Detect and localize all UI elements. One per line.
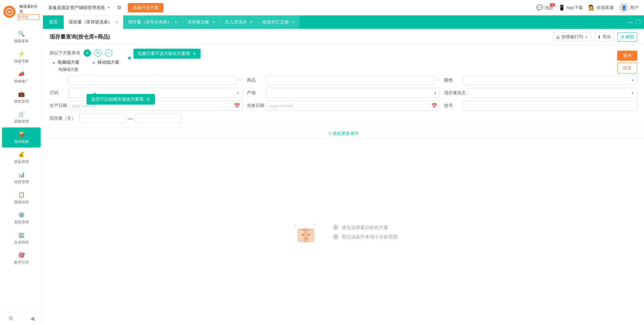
avatar: 👤 [619, 3, 629, 12]
collapse-bar[interactable]: ∧ 收起更多条件 [43, 128, 644, 139]
tab-minimize-icon[interactable]: — [627, 19, 633, 25]
settings-button[interactable]: ⚙ [114, 3, 124, 12]
sidebar-item-finance[interactable]: 💰 资金管理 [0, 148, 43, 168]
chevron-down-icon: ▼ [585, 35, 588, 39]
scheme-group-icon2: ▶ [93, 61, 96, 64]
filter-add-button[interactable]: + [84, 49, 91, 57]
sidebar-item-search[interactable]: 🔍 搜索菜单 [0, 27, 43, 47]
warehouse-input[interactable] [68, 75, 237, 85]
filter-field-origin: 产地 ▼ [247, 88, 440, 98]
tab-close-icon[interactable]: ✕ [212, 20, 215, 24]
system-name: 装备及固定资产辅助管理系统 [48, 5, 105, 11]
goods-input[interactable] [266, 75, 434, 85]
qty-max-input[interactable] [135, 113, 181, 123]
sidebar-item-enterprise[interactable]: 🏢 企业协同 [0, 228, 43, 248]
warehouse-dots-icon[interactable]: ··· [238, 77, 243, 83]
user-button[interactable]: 👤 用户 [619, 3, 639, 12]
sidebar-item-marketing[interactable]: 📣 营销推广 [0, 67, 43, 87]
field-name-size: 尺码 [50, 90, 66, 96]
tooltip-arrow-icon [93, 91, 97, 95]
tab-batch[interactable]: 库存批次账 ✕ [182, 15, 220, 29]
field-name-color: 颜色 [444, 77, 461, 83]
tab-close-icon[interactable]: ✕ [291, 20, 295, 24]
content-area: ✦ ✦ 1 请先选择要分析的方案 2 用过滤条件来缩小分析范围 [43, 139, 644, 325]
app-download-button[interactable]: 📱 App下载 [558, 4, 583, 11]
tab-inventory-dist[interactable]: 现存量（库存分布表） ✕ [123, 15, 182, 29]
tab-controls: — ⛶ [624, 19, 644, 25]
range-separator: — [128, 116, 132, 121]
tooltip-close-1[interactable]: ✕ [193, 51, 197, 56]
tip-2-text: 用过滤条件来缩小分析范围 [341, 232, 398, 241]
empty-tip-1: 1 请先选择要分析的方案 [333, 223, 398, 232]
svg-point-4 [308, 234, 310, 236]
tab-inventory-status[interactable]: 现存量（库存状况表） ✕ [64, 15, 123, 29]
tab-close-icon[interactable]: ✕ [250, 20, 253, 24]
inventory-icon: 📦 [18, 131, 25, 138]
goods-dots-icon[interactable]: ··· [436, 77, 440, 83]
svg-point-5 [311, 231, 313, 234]
tooltip-close-2[interactable]: ✕ [146, 97, 150, 102]
settings-footer-btn[interactable]: ⚙ [8, 315, 13, 322]
page-title: 现存量查询(按仓库+商品) [50, 34, 110, 41]
export-button[interactable]: ⬆ 导出 [594, 32, 614, 42]
sidebar-footer: ⚙ ◀ [0, 312, 43, 325]
guide-icon: 🎯 [18, 252, 25, 259]
sidebar-item-inventory[interactable]: 📦 库存核算 [2, 127, 41, 148]
system-selector[interactable]: 装备及固定资产辅助管理系统 ▼ [48, 5, 110, 11]
field-name-inventory-status: 现存量状态 [444, 90, 466, 96]
mobile-icon: 📱 [558, 4, 565, 11]
marketing-icon: 📣 [18, 70, 25, 78]
query-button[interactable]: 查询 [617, 51, 637, 61]
tab-close-icon[interactable]: ✕ [115, 20, 118, 24]
batch-input[interactable] [463, 101, 637, 111]
svg-text:✦: ✦ [294, 224, 297, 228]
expire-date-input[interactable]: yyyy-mm-dd 📅 [266, 101, 440, 111]
tab-close-icon[interactable]: ✕ [174, 20, 178, 24]
size-select-arrow: ▼ [236, 91, 240, 95]
scheme-group-pc[interactable]: ▶ 电脑端方案 [53, 59, 79, 65]
qty-min-input[interactable] [79, 113, 126, 123]
filter-edit-button[interactable]: ✎ [94, 49, 102, 57]
sidebar-logo[interactable]: 畅捷通好生意 标准版 [0, 0, 43, 24]
tab-home[interactable]: 首页 [43, 15, 64, 29]
scheme-pc-item[interactable]: 电脑端方案 [58, 67, 79, 72]
print-template-button[interactable]: 🖨 按模板打印 ▼ [553, 32, 591, 42]
tab-inout[interactable]: 出入库流水 ✕ [220, 15, 258, 29]
sales-icon: 💼 [18, 91, 25, 98]
logo-tag: 标准版 [17, 14, 39, 20]
online-service-button[interactable]: 💁 在线客服 [588, 4, 614, 11]
refresh-icon: ↺ [621, 35, 624, 40]
inventory-status-select[interactable]: ▼ [468, 88, 637, 98]
filter-field-color: 颜色 ▼ [444, 75, 637, 85]
industry-plan-button[interactable]: 体验行业方案 [128, 3, 163, 12]
sidebar-item-system[interactable]: ⚙️ 系统管理 [0, 208, 43, 228]
filter-back-button[interactable]: ← [105, 49, 112, 57]
filter-row-1: ··· 商品 ··· 颜色 ▼ [50, 75, 637, 85]
sidebar-item-quick[interactable]: ⚡ 快捷导航 [0, 47, 43, 67]
tab-summary[interactable]: 收发存汇总表 ✕ [258, 15, 300, 29]
empty-tip-2: 2 用过滤条件来缩小分析范围 [333, 232, 398, 241]
reset-button[interactable]: 设置 [617, 63, 637, 73]
collapse-sidebar-btn[interactable]: ◀ [30, 315, 34, 322]
search-icon: 🔍 [18, 30, 25, 38]
color-select[interactable]: ▼ [463, 75, 637, 85]
message-button[interactable]: 💬 消息 6 [536, 4, 553, 11]
sidebar-item-basic[interactable]: 📋 基础信息 [0, 188, 43, 208]
sidebar: 畅捷通好生意 标准版 🔍 搜索菜单 ⚡ 快捷导航 📣 营销推广 💼 销售管理 🛒… [0, 0, 43, 325]
refresh-button[interactable]: ↺ 刷新 [618, 32, 637, 42]
page-header: 现存量查询(按仓库+商品) 🖨 按模板打印 ▼ ⬆ 导出 ↺ 刷新 [43, 29, 644, 45]
field-name-expire-date: 失效日期 [247, 103, 264, 109]
sidebar-item-purchase[interactable]: 🛒 采购管理 [0, 107, 43, 127]
message-icon: 💬 [536, 5, 543, 10]
top-header-right: 💬 消息 6 📱 App下载 💁 在线客服 👤 用户 [536, 3, 639, 12]
filter-area: 按以下方案查询 + ✎ ← 电脑方案可设为移动方案哦 ✕ ▶ 电脑端方案 [43, 45, 644, 128]
sidebar-item-operations[interactable]: 📊 经营管理 [0, 168, 43, 188]
origin-select[interactable]: ▼ [266, 88, 440, 98]
svg-rect-2 [304, 228, 308, 243]
tab-bar: 首页 现存量（库存状况表） ✕ 现存量（库存分布表） ✕ 库存批次账 ✕ 出入库… [43, 15, 644, 29]
sidebar-item-guide[interactable]: 🎯 新手引导 [0, 248, 43, 268]
empty-wrapper: ✦ ✦ 1 请先选择要分析的方案 2 用过滤条件来缩小分析范围 [289, 215, 398, 249]
scheme-group-mobile[interactable]: ▶ 移动端方案 [93, 59, 119, 65]
sidebar-item-sales[interactable]: 💼 销售管理 [0, 87, 43, 107]
tab-maximize-icon[interactable]: ⛶ [635, 19, 641, 25]
